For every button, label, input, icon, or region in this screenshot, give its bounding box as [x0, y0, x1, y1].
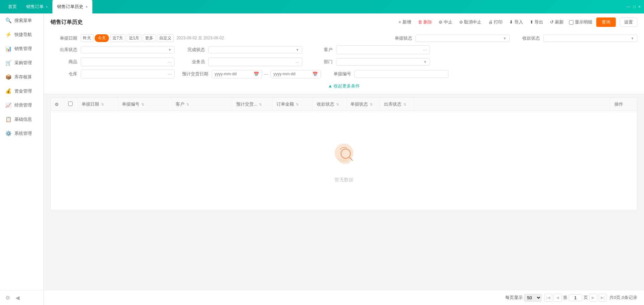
col-check-header[interactable] — [64, 98, 78, 111]
tab-sales-order-close[interactable]: × — [46, 5, 48, 9]
order-status-select[interactable]: ▼ — [416, 35, 510, 42]
page-prev-button[interactable]: ◀ — [554, 294, 562, 302]
sidebar-item-quick-nav[interactable]: ⚡ 快捷导航 — [0, 28, 43, 42]
window-close-icon[interactable]: × — [638, 4, 641, 9]
customer-text-field[interactable] — [339, 47, 422, 52]
refresh-button[interactable]: ↺ 刷新 — [549, 18, 565, 26]
cancel-stop-button[interactable]: ⊘ 取消中止 — [458, 18, 483, 26]
expected-date-from-field[interactable] — [215, 72, 252, 76]
goods-input[interactable]: ··· — [81, 58, 175, 66]
topbar-tabs: 首页 销售订单 × 销售订单历史 × — [3, 0, 627, 13]
pagination-bar: 每页显示 50 100 200 |◀ ◀ 第 页 ▶ ▶| 共0页,0条记录 — [44, 290, 644, 305]
col-customer-header[interactable]: 客户 ⇅ — [172, 98, 232, 111]
warehouse-dots-icon[interactable]: ··· — [168, 71, 172, 77]
dept-select[interactable]: ▼ — [336, 58, 430, 66]
complete-status-select[interactable]: ▼ — [208, 46, 302, 53]
date-btn-1month[interactable]: 近1月 — [127, 34, 142, 42]
page-next-button[interactable]: ▶ — [589, 294, 597, 302]
sidebar-item-inventory[interactable]: 📦 库存核算 — [0, 70, 43, 84]
date-btn-more[interactable]: 更多 — [143, 34, 156, 42]
sidebar-item-inventory-label: 库存核算 — [14, 74, 32, 80]
dept-arrow-icon: ▼ — [423, 60, 427, 64]
date-shortcuts: 昨天 今天 近7天 近1月 更多 自定义 — [81, 34, 174, 42]
tab-home[interactable]: 首页 — [3, 0, 22, 13]
stop-button[interactable]: ⊘ 中止 — [437, 18, 454, 26]
calendar-to-icon[interactable]: 📅 — [312, 72, 318, 77]
col-number-header[interactable]: 单据编号 ⇅ — [118, 98, 172, 111]
order-number-field[interactable] — [357, 72, 445, 76]
warehouse-text-field[interactable] — [84, 72, 166, 76]
date-btn-7days[interactable]: 近7天 — [110, 34, 125, 42]
warehouse-input[interactable]: ··· — [81, 70, 175, 78]
page-last-button[interactable]: ▶| — [599, 294, 607, 302]
export-button[interactable]: ⬆ 导出 — [528, 18, 545, 26]
sidebar-settings-icon[interactable]: ⚙ — [5, 295, 10, 301]
expected-date-to-field[interactable] — [273, 72, 311, 76]
tab-sales-history[interactable]: 销售订单历史 × — [52, 0, 92, 13]
tab-sales-order[interactable]: 销售订单 × — [22, 0, 52, 13]
system-mgmt-icon: ⚙️ — [5, 130, 12, 137]
purchase-mgmt-icon: 🛒 — [5, 60, 12, 66]
col-ship-status-header[interactable]: 出库状态 ⇅ — [380, 98, 414, 111]
warehouse-label: 仓库 — [50, 71, 81, 77]
sidebar-item-purchase-mgmt[interactable]: 🛒 采购管理 — [0, 56, 43, 70]
col-amount-header[interactable]: 订单金额 ⇅ — [272, 98, 313, 111]
customer-dots-icon[interactable]: ··· — [423, 47, 427, 52]
sales-mgmt-icon: 📊 — [5, 46, 12, 52]
goods-text-field[interactable] — [84, 60, 166, 64]
settings-button[interactable]: 设置 — [620, 17, 637, 27]
sidebar-item-sales-mgmt[interactable]: 📊 销售管理 — [0, 42, 43, 56]
goods-dots-icon[interactable]: ··· — [168, 59, 172, 65]
number-sort-icon: ⇅ — [141, 103, 144, 106]
import-button[interactable]: ⬇ 导入 — [508, 18, 524, 26]
col-payment-status-header[interactable]: 收款状态 ⇅ — [313, 98, 346, 111]
col-settings-header[interactable]: ⚙ — [51, 98, 64, 111]
select-all-checkbox[interactable] — [68, 102, 73, 106]
date-btn-today[interactable]: 今天 — [95, 34, 109, 42]
page-number-input[interactable] — [569, 294, 582, 301]
page-size-select[interactable]: 50 100 200 — [524, 294, 542, 302]
window-restore-icon[interactable]: □ — [633, 4, 636, 9]
complete-status-label: 完成状态 — [181, 47, 208, 53]
expected-date-to-input[interactable]: 📅 — [270, 70, 321, 78]
window-minimize-icon[interactable]: — — [627, 4, 631, 9]
sidebar-item-operations[interactable]: 📈 经营管理 — [0, 98, 43, 112]
filter-row-2: 出库状态 ▼ 完成状态 ▼ 客户 ··· — [50, 45, 637, 54]
inventory-icon: 📦 — [5, 74, 12, 80]
display-cols-input[interactable] — [569, 20, 573, 25]
sidebar-item-search-menu[interactable]: 🔍 搜索菜单 — [0, 13, 43, 28]
order-number-input[interactable] — [354, 70, 448, 78]
expected-date-from-input[interactable]: 📅 — [212, 70, 262, 78]
base-info-icon: 📋 — [5, 116, 12, 122]
tab-sales-history-close[interactable]: × — [85, 5, 87, 9]
salesperson-text-field[interactable] — [211, 60, 294, 64]
col-date-header[interactable]: 单据日期 ⇅ — [78, 98, 118, 111]
operations-icon: 📈 — [5, 102, 12, 108]
date-btn-yesterday[interactable]: 昨天 — [81, 34, 93, 42]
col-delivery-header[interactable]: 预计交货... ⇅ — [232, 98, 272, 111]
calendar-from-icon[interactable]: 📅 — [254, 72, 259, 77]
data-table: ⚙ 单据日期 ⇅ 单据编号 ⇅ 客户 — [50, 98, 637, 210]
customer-input[interactable]: ··· — [336, 45, 430, 54]
query-button[interactable]: 查询 — [596, 17, 616, 27]
salesperson-input[interactable]: ··· — [208, 58, 302, 66]
sidebar-collapse-icon[interactable]: ◀ — [15, 295, 19, 301]
new-button[interactable]: + 新增 — [397, 18, 412, 26]
sidebar-item-finance[interactable]: 💰 资金管理 — [0, 84, 43, 98]
ship-status-select[interactable]: ▼ — [81, 46, 175, 53]
display-cols-checkbox[interactable]: 显示明细 — [569, 19, 592, 25]
date-btn-custom[interactable]: 自定义 — [157, 34, 174, 42]
salesperson-dots-icon[interactable]: ··· — [295, 59, 299, 65]
payment-status-arrow-icon: ▼ — [631, 36, 634, 40]
col-order-status-header[interactable]: 单据状态 ⇅ — [346, 98, 380, 111]
print-button[interactable]: 🖨 打印 — [487, 18, 504, 26]
sidebar-item-base-info[interactable]: 📋 基础信息 — [0, 112, 43, 126]
finance-icon: 💰 — [5, 88, 12, 94]
payment-status-select[interactable]: ▼ — [543, 35, 637, 42]
delete-button[interactable]: 🗑 删除 — [417, 18, 434, 26]
date-dash: — — [264, 72, 268, 77]
sidebar-item-system-mgmt[interactable]: ⚙️ 系统管理 — [0, 126, 43, 141]
order-status-label: 单据状态 — [389, 35, 416, 41]
collapse-filters-button[interactable]: ▲ 收起更多条件 — [50, 82, 637, 90]
page-first-button[interactable]: |◀ — [544, 294, 552, 302]
